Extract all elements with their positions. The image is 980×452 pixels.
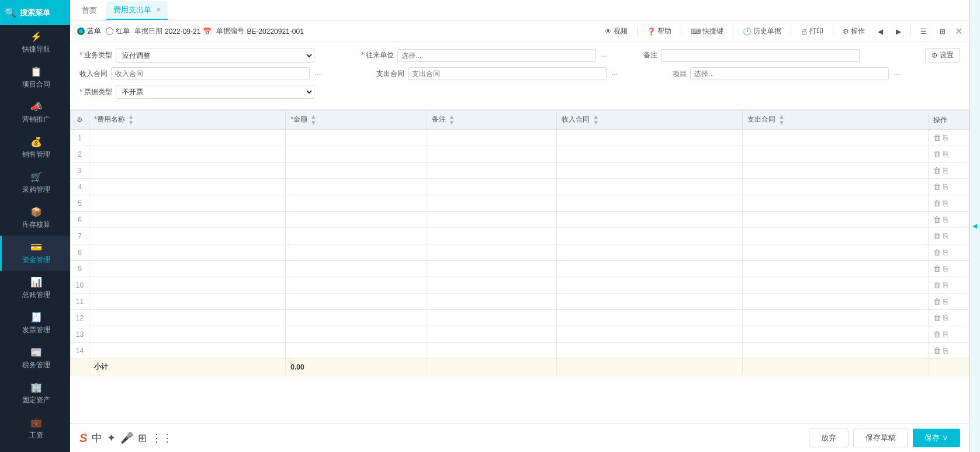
tab-home[interactable]: 首页 (75, 2, 104, 19)
row-amount[interactable] (286, 195, 427, 212)
actions-btn[interactable]: ⚙ 操作 (839, 25, 868, 38)
project-dots[interactable]: ··· (894, 69, 901, 78)
row-expense-contract[interactable] (743, 228, 929, 244)
row-amount[interactable] (286, 146, 427, 163)
video-btn[interactable]: 👁 视频 (601, 25, 631, 38)
sidebar-item-accounting[interactable]: 📊 总账管理 (0, 271, 70, 306)
remark-input[interactable] (661, 49, 860, 62)
biz-type-select[interactable]: 应付调整 (116, 49, 314, 63)
row-income-contract[interactable] (557, 228, 743, 244)
row-remark[interactable] (427, 195, 557, 212)
right-panel[interactable]: ◀ (969, 0, 980, 452)
window-close-btn[interactable]: ✕ (955, 26, 962, 37)
col-amount-header[interactable]: *金额 ▲▼ (286, 111, 427, 130)
list-view-btn[interactable]: ☰ (917, 26, 930, 37)
print-btn[interactable]: 🖨 打印 (797, 25, 827, 38)
red-radio-label[interactable]: 红单 (106, 26, 130, 36)
tab-expense[interactable]: 费用支出单✕ (106, 1, 168, 20)
row-delete-icon[interactable]: 🗑 (933, 182, 941, 191)
next-btn[interactable]: ▶ (892, 26, 905, 37)
grid-view-btn[interactable]: ⊞ (936, 26, 949, 37)
income-contract-dots[interactable]: ··· (314, 69, 321, 78)
row-expense-contract[interactable] (743, 294, 929, 310)
footer-icon-3[interactable]: ⊞ (138, 432, 147, 444)
blue-radio-label[interactable]: 蓝单 (77, 26, 101, 36)
sidebar-item-invoices[interactable]: 🧾 发票管理 (0, 306, 70, 341)
row-copy-icon[interactable]: ⎘ (943, 264, 948, 273)
sort-expense-name[interactable]: ▲▼ (128, 114, 134, 126)
row-income-contract[interactable] (557, 343, 743, 359)
footer-icon-1[interactable]: 中 (92, 431, 102, 445)
sidebar-item-sales[interactable]: 💰 销售管理 (0, 130, 70, 165)
row-expense-name[interactable] (89, 228, 286, 244)
prev-btn[interactable]: ◀ (874, 26, 886, 37)
row-remark[interactable] (427, 179, 557, 195)
sort-remark[interactable]: ▲▼ (449, 114, 455, 126)
row-expense-name[interactable] (89, 326, 286, 343)
tab-expense-close[interactable]: ✕ (156, 6, 161, 13)
row-income-contract[interactable] (557, 294, 743, 310)
expense-contract-dots[interactable]: ··· (611, 69, 618, 78)
col-expense-name-header[interactable]: *费用名称 ▲▼ (89, 111, 286, 130)
save-draft-button[interactable]: 保存草稿 (853, 429, 908, 447)
row-expense-name[interactable] (89, 294, 286, 310)
discard-button[interactable]: 放弃 (809, 429, 849, 447)
row-delete-icon[interactable]: 🗑 (933, 264, 941, 273)
shortcuts-btn[interactable]: ⌨ 快捷键 (687, 25, 727, 38)
row-expense-name[interactable] (89, 130, 286, 146)
sidebar-search[interactable]: 🔍 搜索菜单 (0, 0, 70, 25)
sidebar-item-inventory[interactable]: 📦 库存核算 (0, 201, 70, 236)
row-remark[interactable] (427, 310, 557, 326)
sidebar-item-shortcuts[interactable]: ⚡ 快捷导航 (0, 25, 70, 60)
row-remark[interactable] (427, 146, 557, 163)
row-amount[interactable] (286, 130, 427, 146)
footer-mic-icon[interactable]: 🎤 (120, 432, 133, 444)
col-income-contract-header[interactable]: 收入合同 ▲▼ (557, 111, 743, 130)
row-remark[interactable] (427, 163, 557, 179)
row-delete-icon[interactable]: 🗑 (933, 313, 941, 322)
row-amount[interactable] (286, 244, 427, 261)
row-expense-name[interactable] (89, 277, 286, 294)
row-expense-contract[interactable] (743, 261, 929, 277)
row-amount[interactable] (286, 212, 427, 228)
row-income-contract[interactable] (557, 261, 743, 277)
project-input[interactable] (690, 67, 889, 80)
row-remark[interactable] (427, 277, 557, 294)
row-amount[interactable] (286, 326, 427, 343)
sidebar-item-assets[interactable]: 🏢 固定资产 (0, 376, 70, 411)
sidebar-item-funds[interactable]: 💳 资金管理 (0, 236, 70, 271)
row-remark[interactable] (427, 244, 557, 261)
row-income-contract[interactable] (557, 212, 743, 228)
row-expense-name[interactable] (89, 310, 286, 326)
row-remark[interactable] (427, 294, 557, 310)
row-delete-icon[interactable]: 🗑 (933, 215, 941, 224)
row-copy-icon[interactable]: ⎘ (943, 281, 948, 289)
row-delete-icon[interactable]: 🗑 (933, 346, 941, 355)
row-expense-contract[interactable] (743, 195, 929, 212)
row-delete-icon[interactable]: 🗑 (933, 232, 941, 240)
row-income-contract[interactable] (557, 179, 743, 195)
row-amount[interactable] (286, 310, 427, 326)
income-contract-input[interactable] (111, 67, 310, 80)
col-remark-header[interactable]: 备注 ▲▼ (427, 111, 557, 130)
row-delete-icon[interactable]: 🗑 (933, 133, 941, 142)
row-delete-icon[interactable]: 🗑 (933, 297, 941, 306)
sidebar-item-ops[interactable]: 📈 经营管理 (0, 446, 70, 452)
row-copy-icon[interactable]: ⎘ (943, 346, 948, 355)
save-button[interactable]: 保存 ∨ (913, 429, 960, 447)
row-copy-icon[interactable]: ⎘ (943, 248, 948, 257)
row-amount[interactable] (286, 294, 427, 310)
footer-icon-2[interactable]: ✦ (107, 432, 116, 444)
row-income-contract[interactable] (557, 146, 743, 163)
col-expense-contract-header[interactable]: 支出合同 ▲▼ (743, 111, 929, 130)
sort-amount[interactable]: ▲▼ (310, 114, 316, 126)
row-income-contract[interactable] (557, 130, 743, 146)
row-income-contract[interactable] (557, 277, 743, 294)
row-remark[interactable] (427, 343, 557, 359)
row-expense-contract[interactable] (743, 343, 929, 359)
row-copy-icon[interactable]: ⎘ (943, 215, 948, 224)
row-expense-name[interactable] (89, 163, 286, 179)
row-copy-icon[interactable]: ⎘ (943, 313, 948, 322)
sort-income-contract[interactable]: ▲▼ (593, 114, 599, 126)
row-delete-icon[interactable]: 🗑 (933, 330, 941, 339)
